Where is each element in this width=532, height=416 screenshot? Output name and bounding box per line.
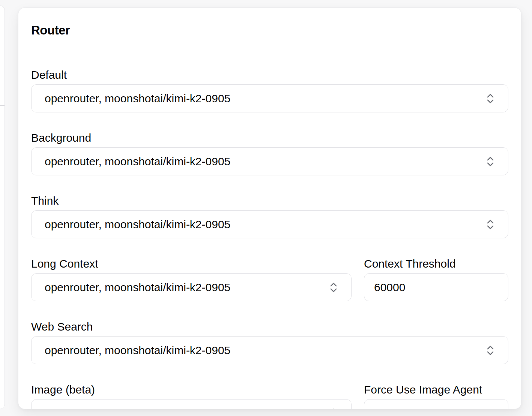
chevrons-up-down-icon — [487, 345, 494, 356]
web-search-model-select[interactable]: openrouter, moonshotai/kimi-k2-0905 — [31, 336, 508, 364]
long-context-model-select[interactable]: openrouter, moonshotai/kimi-k2-0905 — [31, 273, 352, 301]
field-label-background: Background — [31, 131, 508, 145]
field-row-background: Background openrouter, moonshotai/kimi-k… — [31, 131, 508, 175]
field-label-context-threshold: Context Threshold — [364, 257, 508, 271]
default-model-select-value: openrouter, moonshotai/kimi-k2-0905 — [45, 92, 230, 105]
web-search-model-select-value: openrouter, moonshotai/kimi-k2-0905 — [45, 344, 230, 357]
image-model-select[interactable] — [31, 399, 352, 409]
force-image-agent-column: Force Use Image Agent — [364, 383, 508, 409]
context-threshold-column: Context Threshold — [364, 257, 508, 301]
default-model-select[interactable]: openrouter, moonshotai/kimi-k2-0905 — [31, 84, 508, 112]
context-threshold-input[interactable] — [364, 273, 508, 301]
chevrons-up-down-icon — [487, 219, 494, 230]
field-row-default: Default openrouter, moonshotai/kimi-k2-0… — [31, 68, 508, 112]
field-label-image: Image (beta) — [31, 383, 352, 397]
background-model-select[interactable]: openrouter, moonshotai/kimi-k2-0905 — [31, 147, 508, 175]
background-panel-edge — [0, 5, 5, 409]
background-model-select-value: openrouter, moonshotai/kimi-k2-0905 — [45, 155, 230, 168]
field-label-think: Think — [31, 194, 508, 208]
long-context-column: Long Context openrouter, moonshotai/kimi… — [31, 257, 352, 301]
field-label-force-use-image-agent: Force Use Image Agent — [364, 383, 508, 397]
router-settings-card: Router Default openrouter, moonshotai/ki… — [18, 7, 521, 409]
field-row-web-search: Web Search openrouter, moonshotai/kimi-k… — [31, 320, 508, 364]
page-title: Router — [31, 23, 70, 37]
image-column: Image (beta) — [31, 383, 352, 409]
think-model-select[interactable]: openrouter, moonshotai/kimi-k2-0905 — [31, 210, 508, 238]
card-header: Router — [18, 8, 521, 53]
think-model-select-value: openrouter, moonshotai/kimi-k2-0905 — [45, 218, 230, 231]
chevrons-up-down-icon — [330, 282, 337, 293]
field-row-think: Think openrouter, moonshotai/kimi-k2-090… — [31, 194, 508, 238]
field-row-long-context: Long Context openrouter, moonshotai/kimi… — [31, 257, 508, 301]
force-use-image-agent-input[interactable] — [364, 399, 508, 409]
field-label-web-search: Web Search — [31, 320, 508, 334]
card-body: Default openrouter, moonshotai/kimi-k2-0… — [18, 53, 521, 409]
chevrons-up-down-icon — [487, 93, 494, 104]
chevrons-up-down-icon — [487, 156, 494, 167]
field-label-default: Default — [31, 68, 508, 82]
field-row-image: Image (beta) Force Use Image Agent — [31, 383, 508, 409]
long-context-model-select-value: openrouter, moonshotai/kimi-k2-0905 — [45, 281, 230, 294]
chevrons-up-down-icon — [330, 408, 337, 410]
background-panel-divider — [0, 105, 5, 106]
field-label-long-context: Long Context — [31, 257, 352, 271]
